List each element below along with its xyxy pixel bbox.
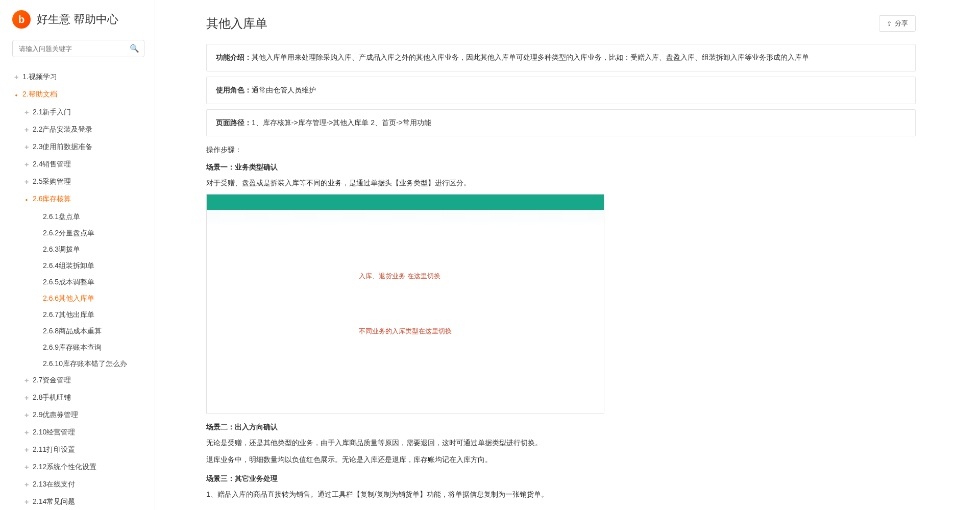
sidebar: b 好生意 帮助中心 🔍 ✚1.视频学习●2.帮助文档✚2.1新手入门✚2.2产… <box>0 0 155 510</box>
nav-link[interactable]: 2.8手机旺铺 <box>33 393 71 401</box>
scene1-title: 场景一：业务类型确认 <box>206 163 916 172</box>
nav-item: ●2.帮助文档 <box>12 86 144 104</box>
nav-link[interactable]: 2.6.3调拨单 <box>43 245 80 253</box>
expand-icon[interactable]: ✚ <box>22 407 31 424</box>
role-box: 使用角色：通常由仓管人员维护 <box>206 77 916 104</box>
nav-item: ✚2.10经营管理 <box>12 424 144 441</box>
logo-row: b 好生意 帮助中心 <box>12 10 144 29</box>
expand-icon[interactable]: ✚ <box>22 477 31 493</box>
nav-link[interactable]: 2.6.7其他出库单 <box>43 310 94 319</box>
nav-link[interactable]: 2.14常见问题 <box>33 497 75 505</box>
nav-link[interactable]: 2.6.2分量盘点单 <box>43 229 94 237</box>
nav-item: 2.6.1盘点单 <box>12 208 144 225</box>
nav-item: 2.6.6其他入库单 <box>12 290 144 306</box>
role-text: 通常由仓管人员维护 <box>252 86 316 94</box>
expand-icon[interactable]: ✚ <box>22 494 31 510</box>
steps-label: 操作步骤： <box>206 145 916 155</box>
scene3-text1: 1、赠品入库的商品直接转为销售。通过工具栏【复制/复制为销货单】功能，将单据信息… <box>206 488 916 501</box>
page-title: 其他入库单 <box>206 15 267 32</box>
search-input[interactable] <box>12 40 144 57</box>
nav-link[interactable]: 1.视频学习 <box>22 72 57 81</box>
expand-icon[interactable]: ✚ <box>22 373 31 389</box>
nav-item: ✚2.13在线支付 <box>12 476 144 493</box>
nav-link[interactable]: 2.1新手入门 <box>33 108 71 116</box>
scene3-title: 场景三：其它业务处理 <box>206 474 916 483</box>
nav-item: ✚2.12系统个性化设置 <box>12 458 144 476</box>
nav-link[interactable]: 2.6.6其他入库单 <box>43 294 94 302</box>
expand-icon[interactable]: ✚ <box>22 174 31 190</box>
nav-item: ✚2.7资金管理 <box>12 372 144 389</box>
expand-icon[interactable]: ✚ <box>22 139 31 156</box>
nav-item: 2.6.10库存账本错了怎么办 <box>12 355 144 372</box>
nav-item: ✚1.视频学习 <box>12 68 144 86</box>
nav-item: ✚2.9优惠券管理 <box>12 406 144 424</box>
embedded-screenshot: 入库、退货业务 在这里切换 不同业务的入库类型在这里切换 <box>206 194 604 414</box>
expand-icon[interactable]: ✚ <box>22 442 31 458</box>
nav-link[interactable]: 2.10经营管理 <box>33 428 75 436</box>
nav-link[interactable]: 2.6.4组装拆卸单 <box>43 261 94 270</box>
nav-link[interactable]: 2.6.1盘点单 <box>43 212 80 221</box>
expand-icon[interactable]: ✚ <box>22 459 31 476</box>
expand-icon[interactable]: ✚ <box>22 157 31 173</box>
role-label: 使用角色： <box>216 86 252 94</box>
collapse-icon[interactable]: ● <box>22 192 31 208</box>
nav-item: 2.6.9库存账本查询 <box>12 339 144 355</box>
nav-link[interactable]: 2.2产品安装及登录 <box>33 125 92 133</box>
nav-link[interactable]: 2.帮助文档 <box>22 90 57 98</box>
annotation-1: 入库、退货业务 在这里切换 <box>359 272 452 281</box>
nav-item: 2.6.5成本调整单 <box>12 274 144 290</box>
expand-icon[interactable]: ✚ <box>22 390 31 406</box>
nav-item: ✚2.14常见问题 <box>12 493 144 510</box>
share-button[interactable]: ⇪ 分享 <box>879 15 916 32</box>
expand-icon[interactable]: ✚ <box>12 69 20 86</box>
nav-link[interactable]: 2.4销售管理 <box>33 160 71 168</box>
search-icon[interactable]: 🔍 <box>130 44 139 53</box>
nav-item: ✚2.8手机旺铺 <box>12 389 144 406</box>
nav-item: ✚2.1新手入门 <box>12 104 144 121</box>
nav-link[interactable]: 2.7资金管理 <box>33 376 71 384</box>
intro-label: 功能介绍： <box>216 53 252 61</box>
path-text: 1、库存核算->库存管理->其他入库单 2、首页->常用功能 <box>252 118 431 127</box>
nav-item: ●2.6库存核算 <box>12 190 144 208</box>
nav-link[interactable]: 2.5采购管理 <box>33 177 71 185</box>
annotation-2: 不同业务的入库类型在这里切换 <box>359 327 452 336</box>
expand-icon[interactable]: ✚ <box>22 105 31 121</box>
intro-box: 功能介绍：其他入库单用来处理除采购入库、产成品入库之外的其他入库业务，因此其他入… <box>206 44 916 71</box>
expand-icon[interactable]: ✚ <box>22 425 31 441</box>
nav-link[interactable]: 2.6.8商品成本重算 <box>43 327 102 335</box>
intro-text: 其他入库单用来处理除采购入库、产成品入库之外的其他入库业务，因此其他入库单可处理… <box>252 53 809 61</box>
nav-item: 2.6.8商品成本重算 <box>12 323 144 339</box>
path-box: 页面路径：1、库存核算->库存管理->其他入库单 2、首页->常用功能 <box>206 109 916 137</box>
nav-link[interactable]: 2.6库存核算 <box>33 195 71 203</box>
search-wrap: 🔍 <box>12 40 144 57</box>
nav-link[interactable]: 2.13在线支付 <box>33 480 75 488</box>
scene2-text2: 退库业务中，明细数量均以负值红色展示。无论是入库还是退库，库存账均记在入库方向。 <box>206 453 916 467</box>
scene2-text1: 无论是受赠，还是其他类型的业务，由于入库商品质量等原因，需要退回，这时可通过单据… <box>206 436 916 450</box>
scene2-title: 场景二：出入方向确认 <box>206 423 916 432</box>
share-label: 分享 <box>895 19 908 28</box>
nav-item: 2.6.2分量盘点单 <box>12 225 144 241</box>
nav-item: 2.6.3调拨单 <box>12 241 144 257</box>
collapse-icon[interactable]: ● <box>12 87 20 104</box>
main-content: 其他入库单 ⇪ 分享 功能介绍：其他入库单用来处理除采购入库、产成品入库之外的其… <box>155 0 941 510</box>
nav-item: ✚2.3使用前数据准备 <box>12 138 144 156</box>
nav-item: ✚2.5采购管理 <box>12 173 144 190</box>
nav-item: ✚2.11打印设置 <box>12 441 144 458</box>
nav-item: 2.6.7其他出库单 <box>12 306 144 323</box>
nav-link[interactable]: 2.12系统个性化设置 <box>33 463 96 471</box>
nav-link[interactable]: 2.6.5成本调整单 <box>43 278 94 286</box>
site-title: 好生意 帮助中心 <box>37 12 118 27</box>
nav-item: ✚2.2产品安装及登录 <box>12 121 144 138</box>
nav-link[interactable]: 2.9优惠券管理 <box>33 410 78 419</box>
share-icon: ⇪ <box>887 20 892 28</box>
nav-tree: ✚1.视频学习●2.帮助文档✚2.1新手入门✚2.2产品安装及登录✚2.3使用前… <box>12 68 144 510</box>
scene1-text: 对于受赠、盘盈或是拆装入库等不同的业务，是通过单据头【业务类型】进行区分。 <box>206 176 916 190</box>
nav-link[interactable]: 2.11打印设置 <box>33 445 75 453</box>
path-label: 页面路径： <box>216 118 252 127</box>
logo-icon: b <box>12 10 31 29</box>
nav-link[interactable]: 2.6.10库存账本错了怎么办 <box>43 359 127 368</box>
nav-link[interactable]: 2.3使用前数据准备 <box>33 142 92 151</box>
nav-link[interactable]: 2.6.9库存账本查询 <box>43 343 102 351</box>
nav-item: ✚2.4销售管理 <box>12 156 144 173</box>
expand-icon[interactable]: ✚ <box>22 122 31 138</box>
